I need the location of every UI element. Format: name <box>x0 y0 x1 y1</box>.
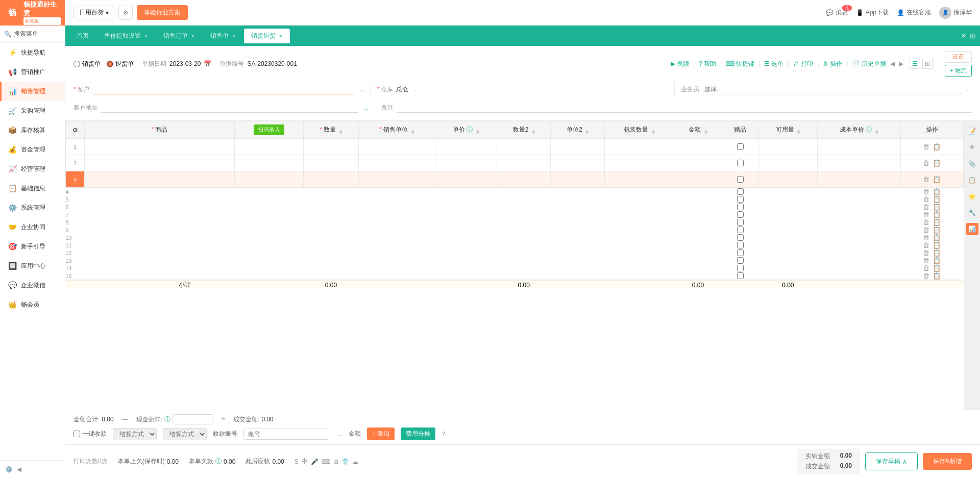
cost-price-cell[interactable] <box>817 241 900 249</box>
message-button[interactable]: 💬 消息 70 <box>826 8 848 17</box>
right-icon-1[interactable]: 📝 <box>966 125 978 137</box>
gift-cell[interactable] <box>722 155 758 171</box>
delete-icon[interactable]: 🗑 <box>923 257 929 264</box>
available-cell[interactable] <box>758 195 817 203</box>
amount-cell[interactable] <box>674 218 722 226</box>
unit2-cell[interactable] <box>551 257 605 264</box>
cost-price-cell[interactable] <box>817 264 900 272</box>
print-action[interactable]: 🖨 打印 <box>793 60 813 68</box>
cost-price-cell[interactable] <box>817 188 900 196</box>
pkg-qty-cell[interactable] <box>605 234 674 241</box>
copy-icon[interactable]: 📋 <box>933 272 941 280</box>
gift-cell[interactable] <box>722 139 758 155</box>
gift-cell[interactable] <box>722 249 758 257</box>
product-cell[interactable] <box>85 139 235 155</box>
logistics-button[interactable]: + 物流 <box>945 65 972 77</box>
gift-cell[interactable] <box>722 257 758 264</box>
fee-help-icon[interactable]: ? <box>442 431 445 438</box>
amount-cell[interactable] <box>674 211 722 218</box>
delete-icon[interactable]: 🗑 <box>923 218 929 226</box>
cost-price-cell[interactable] <box>817 234 900 241</box>
copy-icon[interactable]: 📋 <box>933 264 941 272</box>
gift-cell[interactable] <box>722 264 758 272</box>
customer-input[interactable] <box>92 85 354 94</box>
available-cell[interactable] <box>758 226 817 234</box>
account-select[interactable]: 结算方式 <box>163 428 207 440</box>
copy-icon[interactable]: 📋 <box>933 241 941 249</box>
unit2-cell[interactable] <box>551 226 605 234</box>
unit-price-cell[interactable] <box>435 155 497 171</box>
gift-input-cell[interactable] <box>722 171 758 188</box>
warehouse-dots[interactable]: ... <box>413 86 419 93</box>
price-input-cell[interactable] <box>435 171 497 188</box>
sales-unit-sort[interactable] <box>411 130 414 134</box>
tab-sales-delivery[interactable]: 销售单 ✕ <box>203 29 243 43</box>
copy-icon[interactable]: 📋 <box>933 249 941 257</box>
unit2-cell[interactable] <box>551 139 605 155</box>
copy-icon[interactable]: 📋 <box>933 175 941 183</box>
qty2-cell[interactable] <box>497 257 551 264</box>
product-cell[interactable] <box>85 234 235 241</box>
cost-price-cell[interactable] <box>817 257 900 264</box>
view-mode-grid[interactable]: ⊞ <box>922 59 933 69</box>
copy-icon[interactable]: 📋 <box>933 159 941 167</box>
add-button[interactable]: + 添加 <box>367 427 395 440</box>
address-input[interactable] <box>101 103 358 113</box>
cost-price-info[interactable]: ⓘ <box>866 126 872 133</box>
account-input[interactable] <box>243 429 329 440</box>
qty2-cell[interactable] <box>497 218 551 226</box>
prev-record-icon[interactable]: ◀ <box>890 60 895 67</box>
pkg-qty-cell[interactable] <box>605 226 674 234</box>
delete-icon[interactable]: 🗑 <box>923 211 929 218</box>
cost-price-cell[interactable] <box>817 139 900 155</box>
sales-unit-cell[interactable] <box>358 155 435 171</box>
delete-icon[interactable]: 🗑 <box>923 226 929 234</box>
unit2-cell[interactable] <box>551 218 605 226</box>
copy-icon[interactable]: 📋 <box>933 226 941 234</box>
cost-price-cell[interactable] <box>817 249 900 257</box>
gift-cell[interactable] <box>722 188 758 196</box>
product-cell[interactable] <box>85 257 235 264</box>
unit-price-cell[interactable] <box>435 188 497 196</box>
gift-cell[interactable] <box>722 234 758 241</box>
tab-price-setup[interactable]: 售价提取设置 ✕ <box>97 29 155 43</box>
product-cell[interactable] <box>85 249 235 257</box>
unit-price-cell[interactable] <box>435 195 497 203</box>
qty2-cell[interactable] <box>497 139 551 155</box>
pkg-qty-cell[interactable] <box>605 155 674 171</box>
unit-price-info[interactable]: ⓘ <box>467 126 473 133</box>
account-dots[interactable]: ... <box>337 431 342 438</box>
tab-sales-delivery-close[interactable]: ✕ <box>232 33 236 39</box>
cost-price-cell[interactable] <box>817 218 900 226</box>
quantity-cell[interactable] <box>304 234 359 241</box>
amount-cell[interactable] <box>674 188 722 196</box>
amount-input-cell[interactable] <box>674 171 722 188</box>
qty2-cell[interactable] <box>497 226 551 234</box>
available-cell[interactable] <box>758 211 817 218</box>
unit-price-cell[interactable] <box>435 272 497 280</box>
sidebar-item-member[interactable]: 👑 畅会员 <box>0 295 65 314</box>
amount-cell[interactable] <box>674 264 722 272</box>
qty2-cell[interactable] <box>497 241 551 249</box>
cost-price-cell[interactable] <box>817 195 900 203</box>
gift-cell[interactable] <box>722 226 758 234</box>
right-icon-3[interactable]: 📎 <box>966 158 978 170</box>
amount-cell[interactable] <box>674 203 722 211</box>
quantity-cell[interactable] <box>304 257 359 264</box>
one-click-checkbox[interactable] <box>74 431 80 437</box>
product-cell[interactable] <box>85 188 235 196</box>
quantity-cell[interactable] <box>304 155 359 171</box>
pkg-qty-cell[interactable] <box>605 188 674 196</box>
qty2-cell[interactable] <box>497 272 551 280</box>
unit2-cell[interactable] <box>551 188 605 196</box>
cost-price-cell[interactable] <box>817 211 900 218</box>
available-cell[interactable] <box>758 249 817 257</box>
qty2-cell[interactable] <box>497 203 551 211</box>
copy-icon[interactable]: 📋 <box>933 195 941 203</box>
sidebar-item-purchase[interactable]: 🛒 采购管理 <box>0 101 65 120</box>
sales-unit-cell[interactable] <box>358 226 435 234</box>
collapse-icon[interactable]: ◀ <box>17 466 21 473</box>
delete-icon[interactable]: 🗑 <box>923 234 929 241</box>
tab-sales-order-close[interactable]: ✕ <box>191 33 195 39</box>
settings-button[interactable]: 设置 <box>945 51 972 63</box>
